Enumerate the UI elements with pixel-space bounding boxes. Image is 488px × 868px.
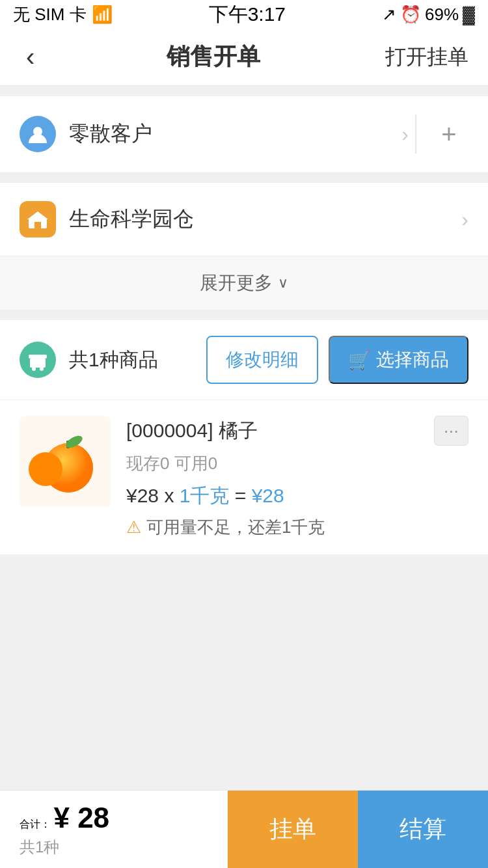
- total-amount: ¥ 28: [53, 802, 109, 834]
- back-button[interactable]: ‹: [20, 36, 41, 78]
- cart-icon: [26, 348, 49, 372]
- svg-marker-2: [27, 211, 48, 219]
- customer-row[interactable]: 零散客户 › +: [0, 96, 488, 172]
- select-product-label: 选择商品: [376, 347, 449, 372]
- quantity[interactable]: 1千克: [180, 485, 230, 506]
- warehouse-section: 生命科学园仓 › 展开更多 ∨: [0, 183, 488, 310]
- vertical-divider: [415, 115, 416, 154]
- status-left: 无 SIM 卡 📶: [13, 3, 113, 26]
- product-price-row: ¥28 x 1千克 = ¥28: [126, 483, 468, 509]
- svg-point-7: [40, 367, 44, 371]
- select-product-button[interactable]: 🛒 选择商品: [329, 336, 468, 384]
- wifi-icon: 📶: [92, 5, 113, 25]
- product-more-button[interactable]: ···: [434, 416, 468, 446]
- location-icon: ↗: [382, 5, 396, 25]
- product-name-text: [0000004] 橘子: [126, 418, 258, 444]
- product-thumbnail: [26, 422, 104, 500]
- customer-name: 零散客户: [69, 120, 401, 148]
- product-display-name: 橘子: [219, 420, 258, 441]
- total-label: 合计：: [20, 819, 51, 830]
- product-count-text: 共1种商品: [69, 347, 206, 373]
- product-count-icon: [20, 342, 56, 378]
- select-product-icon: 🛒: [348, 349, 371, 371]
- total-count: 共1种: [20, 837, 208, 858]
- footer: 合计： ¥ 28 共1种 挂单 结算: [0, 790, 488, 868]
- product-info: [0000004] 橘子 ··· 现存0 可用0 ¥28 x 1千克 = ¥28…: [126, 416, 468, 539]
- product-name-row: [0000004] 橘子 ···: [126, 416, 468, 446]
- total-price: ¥28: [252, 485, 284, 506]
- products-header: 共1种商品 修改明细 🛒 选择商品: [0, 320, 488, 400]
- expand-more-button[interactable]: 展开更多 ∨: [0, 256, 488, 310]
- expand-text: 展开更多: [200, 271, 273, 295]
- price-separator: x: [164, 485, 179, 506]
- carrier-text: 无 SIM 卡: [13, 3, 87, 26]
- user-icon: [26, 122, 49, 146]
- equals-sign: =: [235, 485, 252, 506]
- svg-point-6: [32, 367, 36, 371]
- battery-icon: ▓: [463, 5, 475, 25]
- warehouse-row[interactable]: 生命科学园仓 ›: [0, 183, 488, 256]
- status-bar: 无 SIM 卡 📶 下午3:17 ↗ ⏰ 69% ▓: [0, 0, 488, 29]
- mid-divider: [0, 172, 488, 183]
- add-customer-button[interactable]: +: [429, 115, 468, 154]
- page-title: 销售开单: [167, 41, 260, 73]
- expand-arrow-icon: ∨: [278, 275, 288, 292]
- checkout-button[interactable]: 结算: [358, 791, 488, 869]
- product-code: [0000004]: [126, 420, 213, 441]
- building-icon: [26, 208, 49, 231]
- total-row: 合计： ¥ 28: [20, 802, 208, 834]
- warehouse-icon: [20, 201, 56, 237]
- product-image: [20, 416, 111, 507]
- product-item: [0000004] 橘子 ··· 现存0 可用0 ¥28 x 1千克 = ¥28…: [0, 400, 488, 554]
- unit-price: ¥28: [126, 485, 159, 506]
- battery-text: 69%: [425, 5, 459, 25]
- warehouse-arrow-icon: ›: [461, 208, 468, 232]
- footer-total: 合计： ¥ 28 共1种: [0, 802, 228, 858]
- product-warning: ⚠ 可用量不足，还差1千克: [126, 516, 468, 539]
- customer-section: 零散客户 › +: [0, 96, 488, 172]
- open-hold-button[interactable]: 打开挂单: [385, 43, 468, 72]
- status-time: 下午3:17: [209, 1, 286, 28]
- svg-rect-4: [29, 355, 47, 359]
- status-right: ↗ ⏰ 69% ▓: [382, 5, 475, 25]
- warehouse-name: 生命科学园仓: [69, 205, 461, 234]
- alarm-icon: ⏰: [400, 5, 421, 25]
- customer-arrow-icon: ›: [401, 122, 409, 146]
- svg-point-12: [29, 452, 62, 486]
- svg-rect-5: [30, 359, 46, 368]
- top-divider: [0, 86, 488, 96]
- warning-icon: ⚠: [126, 517, 141, 537]
- hold-order-button[interactable]: 挂单: [228, 791, 358, 869]
- customer-avatar: [20, 116, 56, 152]
- nav-bar: ‹ 销售开单 打开挂单: [0, 29, 488, 86]
- svg-rect-3: [34, 222, 41, 228]
- product-stock: 现存0 可用0: [126, 452, 468, 475]
- warning-text: 可用量不足，还差1千克: [146, 516, 325, 539]
- edit-detail-button[interactable]: 修改明细: [206, 336, 318, 384]
